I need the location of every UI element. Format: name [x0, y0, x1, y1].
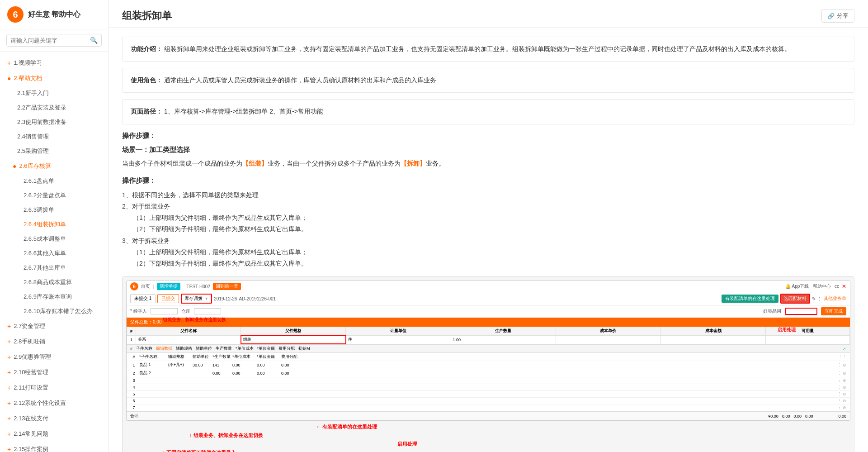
mock-lower-label2: 子件名称: [136, 346, 152, 352]
sidebar-item-2-9[interactable]: + 2.9优惠券管理: [0, 349, 108, 365]
annotation-switch: 组装业务、拆卸业务在这里切换: [163, 317, 226, 323]
sidebar-item-2-6-8[interactable]: 2.6.8商品成本重算: [0, 275, 108, 290]
sidebar-item-2-11[interactable]: + 2.11打印设置: [0, 380, 108, 395]
share-icon: 🔗: [827, 13, 835, 19]
share-button[interactable]: 🔗 分享: [821, 9, 854, 23]
main-content: 组装拆卸单 🔗 分享 功能介绍： 组装拆卸单用来处理企业组装或拆卸等加工业务，支…: [108, 0, 868, 452]
mock-lower-row-6: 6 ⋮ ⊘: [127, 398, 850, 404]
mock-new-record: 新增单据: [157, 283, 180, 290]
logo-icon: 6: [7, 6, 24, 23]
minus-icon: ●: [7, 75, 11, 82]
sidebar-item-2-6-6[interactable]: 2.6.6其他入库单: [0, 246, 108, 261]
sidebar-item-2-6-3[interactable]: 2.6.3调拨单: [0, 203, 108, 217]
mock-col-name: 父件名称: [136, 327, 241, 336]
mock-lower-row-3: 3 ⋮ ⊘: [127, 377, 850, 384]
step2: 2、对于组装业务: [122, 201, 854, 212]
mock-edit-icon: ✎: [812, 296, 816, 301]
mock-match-btn[interactable]: 选匹配材料: [780, 294, 810, 304]
sidebar-item-docs[interactable]: ● 2.帮助文档: [0, 71, 108, 86]
mock-type-label: 库存调拨: [184, 295, 203, 302]
mock-type-selector[interactable]: 库存调拨 ▼: [181, 294, 212, 304]
mock-close-icon[interactable]: ✕: [842, 283, 846, 290]
mock-confirm-btn[interactable]: 立即完成: [821, 307, 846, 315]
feature-intro-block: 功能介绍： 组装拆卸单用来处理企业组装或拆卸等加工业务，支持有固定装配清单的产品…: [122, 37, 854, 62]
content-area: 功能介绍： 组装拆卸单用来处理企业组装或拆卸等加工业务，支持有固定装配清单的产品…: [108, 28, 868, 452]
sidebar-item-2-6-10[interactable]: 2.6.10库存账本错了怎么办: [0, 304, 108, 319]
sidebar-item-2-6-7[interactable]: 2.6.7其他出库单: [0, 261, 108, 275]
page-title: 组装拆卸单: [122, 9, 172, 23]
role-text: 通常由生产人员或库管人员完成拆装业务的操作，库管人员确认原材料的出库和产成品的入…: [164, 76, 436, 84]
logo-text: 好生意 帮助中心: [28, 10, 80, 19]
sidebar: 6 好生意 帮助中心 🔍 + 1.视频学习 ● 2.帮助文档 2.1新手入门 2…: [0, 0, 108, 452]
mock-lower-label1: #: [130, 347, 132, 351]
steps-list: 1、根据不同的业务，选择不同单据的类型来处理 2、对于组装业务 （1）上部明细为…: [122, 190, 854, 269]
sidebar-item-2-6-2[interactable]: 2.6.2分量盘点单: [0, 188, 108, 203]
sidebar-item-2-6-9[interactable]: 2.6.9库存账本查询: [0, 290, 108, 304]
plus-icon-2-8: +: [7, 338, 11, 345]
mock-doc-id: AD-20191226-001: [239, 296, 276, 301]
mock-date-label: 2019-12-26: [214, 296, 237, 301]
mock-handler-input[interactable]: [151, 308, 178, 314]
annotation-text-2: ↑ 组装业务、拆卸业务在这里切换: [189, 432, 850, 439]
search-icon[interactable]: 🔍: [90, 37, 98, 44]
mock-warehouse-input[interactable]: [194, 308, 221, 314]
sidebar-item-2-14[interactable]: + 2.14常见问题: [0, 426, 108, 442]
mock-lower-label8: *单位金额: [257, 346, 275, 352]
sidebar-item-2-1[interactable]: 2.1新手入门: [0, 86, 108, 100]
sidebar-item-2-6-1[interactable]: 2.6.1盘点单: [0, 174, 108, 188]
step3-sub2: （2）下部明细为子件明细，最终作为产成品生成其它入库单。: [122, 258, 854, 269]
sidebar-item-2-7[interactable]: + 2.7资金管理: [0, 319, 108, 334]
sidebar-item-2-10[interactable]: + 2.10经营管理: [0, 365, 108, 380]
mock-upper-row-1: 1 关系 组装 件 1.00: [127, 335, 850, 344]
annotation-enable: 启用处理: [778, 327, 796, 333]
mock-form-label3: 好境品用: [763, 308, 781, 314]
mock-lower-header: # 子件名称 编辑数据 辅助规格 辅助单位 生产数量 *单位成本 *单位金额 费…: [127, 344, 850, 353]
plus-icon-2-7: +: [7, 323, 11, 330]
logo-area: 6 好生意 帮助中心: [0, 0, 108, 29]
mock-footer-val2: 0.00: [782, 414, 790, 419]
sidebar-item-2-4[interactable]: 2.4销售管理: [0, 129, 108, 144]
mock-form-label1: * 经手人: [130, 308, 147, 314]
mock-top-right: 🔔 App下载 帮助中心 cc: [785, 283, 839, 290]
sidebar-item-2-13[interactable]: + 2.13在线支付: [0, 411, 108, 426]
search-area: 🔍: [0, 29, 108, 52]
role-block: 使用角色： 通常由生产人员或库管人员完成拆装业务的操作，库管人员确认原材料的出库…: [122, 68, 854, 93]
search-input[interactable]: [10, 37, 90, 44]
sidebar-item-2-6[interactable]: ● 2.6库存核算: [0, 158, 108, 174]
sidebar-item-2-6-5[interactable]: 2.6.5成本调整单: [0, 232, 108, 246]
search-box: 🔍: [6, 34, 102, 47]
mock-lower-row-2: 2 货品 2 0.00 0.00 0.00 0.00 ⋮ ⊘: [127, 369, 850, 377]
mock-footer-label: 合计: [130, 413, 138, 419]
mock-tab-submitted[interactable]: 已提交: [157, 294, 179, 303]
plus-icon-2-9: +: [7, 353, 11, 361]
mock-lower-label6: 生产数量: [216, 346, 232, 352]
sidebar-item-video[interactable]: + 1.视频学习: [0, 55, 108, 71]
feature-intro-label: 功能介绍：: [131, 45, 162, 52]
sidebar-item-2-5[interactable]: 2.5采购管理: [0, 144, 108, 158]
path-text: 1、库存核算->库存管理->组装拆卸单 2、首页->常用功能: [164, 108, 323, 115]
mock-menu-separator: |: [153, 284, 154, 289]
sidebar-item-2-12[interactable]: + 2.12系统个性化设置: [0, 395, 108, 411]
mock-other-actions: 其他业务单: [824, 295, 846, 302]
sidebar-item-2-6-4[interactable]: 2.6.4组装拆卸单: [0, 217, 108, 232]
mock-lower-row-header: # *子件名称 辅助规格 辅助单位 *生产数量 *单位成本 *单位金额 费用分配…: [127, 353, 850, 361]
mock-lower-row-5: 5 ⋮ ⊘: [127, 391, 850, 398]
mock-search-box-red[interactable]: [785, 308, 817, 315]
sidebar-item-2-3[interactable]: 2.3使用前数据准备: [0, 115, 108, 129]
mock-logo: 6: [130, 282, 138, 290]
mock-tab-new[interactable]: 未提交 1: [130, 294, 156, 303]
mock-col-check: #: [127, 327, 136, 336]
mock-section-orange: 父件总数：0.00: [127, 318, 850, 327]
mock-footer-val4: 0.00: [805, 414, 813, 419]
sidebar-item-2-15[interactable]: + 2.15操作案例: [0, 442, 108, 452]
annotation-text-4: ↑ 不固定清单可以随便在这里录入: [162, 449, 850, 452]
sidebar-item-2-2[interactable]: 2.2产品安装及登录: [0, 100, 108, 115]
mock-search-input-red[interactable]: [788, 309, 815, 314]
mock-prev-day-btn[interactable]: 回到前一天: [213, 283, 241, 290]
steps-title: 操作步骤：: [122, 176, 854, 185]
sidebar-item-2-8[interactable]: + 2.8手机旺铺: [0, 334, 108, 349]
feature-intro-text: 组装拆卸单用来处理企业组装或拆卸等加工业务，支持有固定装配清单的产品加工业务，也…: [164, 45, 791, 52]
mock-more-icon: ⋮: [817, 296, 822, 301]
mock-upper-table: # 父件名称 父件规格 计量单位 生产数量 成本单价 成本金额 可用量: [127, 327, 850, 344]
path-block: 页面路径： 1、库存核算->库存管理->组装拆卸单 2、首页->常用功能: [122, 99, 854, 124]
